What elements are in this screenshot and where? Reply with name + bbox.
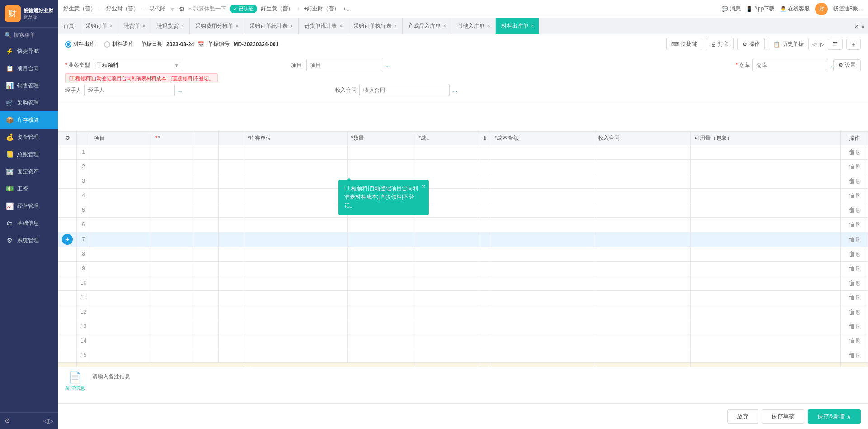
online-service-btn[interactable]: 👨‍💼 在线客服 (780, 5, 810, 13)
sidebar-item-sysmanage[interactable]: ⚙ 系统管理 (0, 232, 58, 249)
unit-cell[interactable] (244, 334, 347, 348)
unit-cell[interactable] (244, 348, 347, 362)
available-cell[interactable] (691, 174, 841, 188)
matname-cell[interactable] (193, 290, 219, 305)
unit-cell[interactable] (244, 188, 347, 203)
matname-cell[interactable] (193, 319, 219, 334)
handler-more-link[interactable]: ... (177, 87, 182, 93)
tab-purchase-in[interactable]: 进货单 × (118, 18, 151, 34)
close-icon[interactable]: × (487, 24, 490, 29)
delete-row-icon[interactable]: 🗑 (849, 250, 855, 257)
spec-cell[interactable] (218, 232, 244, 247)
cost-cell[interactable] (415, 217, 480, 232)
unit-cell[interactable] (244, 261, 347, 276)
matname-cell[interactable] (193, 247, 219, 261)
incomecontract-cell[interactable] (594, 290, 690, 305)
matcode-cell[interactable] (151, 348, 193, 362)
delete-row-icon[interactable]: 🗑 (849, 221, 855, 228)
item-cell[interactable] (90, 247, 151, 261)
spec-cell[interactable] (218, 276, 244, 290)
settings-btn[interactable]: ⚙ 设置 (833, 59, 861, 72)
sidebar-item-shortcut[interactable]: ⚡ 快捷导航 (0, 43, 58, 60)
incomecontract-cell[interactable] (594, 203, 690, 217)
cost-cell[interactable] (415, 305, 480, 319)
save-new-button[interactable]: 保存&新增 ∧ (808, 409, 861, 424)
close-icon[interactable]: × (394, 24, 397, 29)
cost-cell[interactable] (415, 247, 480, 261)
incomecontract-cell[interactable] (594, 217, 690, 232)
matname-cell[interactable] (193, 188, 219, 203)
qty-cell[interactable] (347, 290, 415, 305)
sidebar-item-project[interactable]: 📋 项目合同 (0, 60, 58, 77)
delete-row-icon[interactable]: 🗑 (849, 206, 855, 214)
qty-cell[interactable] (347, 319, 415, 334)
matname-cell[interactable] (193, 232, 219, 247)
list-view-btn[interactable]: ☰ (828, 39, 843, 50)
notes-textarea[interactable] (90, 371, 861, 387)
matcode-cell[interactable] (151, 217, 193, 232)
cost-cell[interactable] (415, 261, 480, 276)
tab-close-all[interactable]: × (855, 23, 859, 30)
item-cell[interactable] (90, 174, 151, 188)
item-cell[interactable] (90, 159, 151, 174)
app-download-btn[interactable]: 📱 App下载 (746, 5, 774, 13)
sidebar-search[interactable]: 🔍 搜索菜单 (0, 28, 58, 43)
close-icon[interactable]: × (340, 24, 342, 29)
matname-cell[interactable] (193, 305, 219, 319)
unit-cell[interactable] (244, 203, 347, 217)
settings-button[interactable]: ⚙ (5, 417, 10, 424)
business-type-select[interactable]: 工程领料 ▼ (93, 59, 183, 72)
discard-button[interactable]: 放弃 (727, 409, 758, 424)
incomecontract-cell[interactable] (594, 334, 690, 348)
costamt-cell[interactable] (491, 290, 594, 305)
matcode-cell[interactable] (151, 305, 193, 319)
available-cell[interactable] (691, 217, 841, 232)
matname-cell[interactable] (193, 334, 219, 348)
spec-cell[interactable] (218, 305, 244, 319)
item-cell[interactable] (90, 188, 151, 203)
costamt-cell[interactable] (491, 217, 594, 232)
item-cell[interactable] (90, 305, 151, 319)
available-cell[interactable] (691, 305, 841, 319)
experience-link[interactable]: ○ 我要体验一下 (189, 5, 226, 13)
spec-cell[interactable] (218, 348, 244, 362)
handler-input[interactable] (84, 84, 175, 96)
matcode-cell[interactable] (151, 174, 193, 188)
spec-cell[interactable] (218, 217, 244, 232)
available-cell[interactable] (691, 348, 841, 362)
costamt-cell[interactable] (491, 261, 594, 276)
spec-cell[interactable] (218, 334, 244, 348)
sidebar-item-sales[interactable]: 📊 销售管理 (0, 77, 58, 94)
available-cell[interactable] (691, 261, 841, 276)
tab-purchase-expense[interactable]: 采购费用分摊单 × (190, 18, 245, 34)
sidebar-item-purchase[interactable]: 🛒 采购管理 (0, 94, 58, 111)
incomecontract-cell[interactable] (594, 276, 690, 290)
available-cell[interactable] (691, 290, 841, 305)
costamt-cell[interactable] (491, 145, 594, 159)
nav-haoyecai2[interactable]: +好业财（普） (304, 5, 340, 13)
costamt-cell[interactable] (491, 319, 594, 334)
collapse-button[interactable]: ◁▷ (43, 417, 53, 424)
item-cell[interactable] (90, 232, 151, 247)
shortcut-btn[interactable]: ⌨ 快捷键 (666, 38, 702, 50)
close-icon[interactable]: × (110, 24, 113, 29)
matname-cell[interactable] (193, 217, 219, 232)
costamt-cell[interactable] (491, 159, 594, 174)
costamt-cell[interactable] (491, 174, 594, 188)
delete-row-icon[interactable]: 🗑 (849, 177, 855, 185)
settings-gear-icon[interactable]: ⚙ (179, 5, 185, 13)
spec-cell[interactable] (218, 188, 244, 203)
table-container[interactable]: ⚙ 项目 * *库存单位 *数量 *成... ℹ *成本金额 收入合同 (58, 131, 868, 367)
sidebar-item-finance[interactable]: 💰 资金管理 (0, 129, 58, 146)
available-cell[interactable] (691, 276, 841, 290)
qty-cell[interactable] (347, 247, 415, 261)
available-cell[interactable] (691, 203, 841, 217)
available-cell[interactable] (691, 232, 841, 247)
qty-cell[interactable] (347, 261, 415, 276)
warehouse-input[interactable] (752, 59, 828, 72)
matcode-cell[interactable] (151, 261, 193, 276)
matcode-cell[interactable] (151, 232, 193, 247)
copy-row-icon[interactable]: ⎘ (856, 294, 860, 301)
history-btn[interactable]: 📋 历史单据 (769, 38, 809, 50)
tooltip-close-btn[interactable]: × (422, 182, 425, 191)
